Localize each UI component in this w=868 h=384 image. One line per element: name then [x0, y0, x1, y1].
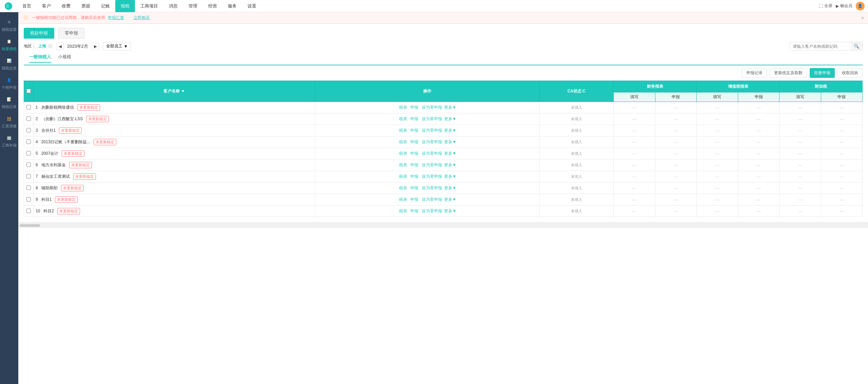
- row-checkbox[interactable]: [26, 209, 31, 213]
- nav-industry[interactable]: 工商项目: [135, 0, 163, 12]
- select-all-checkbox[interactable]: [26, 89, 31, 93]
- row-checkbox[interactable]: [26, 151, 31, 155]
- nav-message[interactable]: 消息: [163, 0, 183, 12]
- sidebar-item-calc-clear[interactable]: 🧮 汇算清缴: [0, 112, 18, 131]
- op-more[interactable]: 更多▼: [444, 128, 456, 133]
- tab-small-taxpayer[interactable]: 小规模: [58, 54, 71, 62]
- withdraw-return-btn[interactable]: 收取回执: [837, 68, 863, 78]
- op-set-zero[interactable]: 设为零申报: [422, 140, 442, 144]
- op-declare[interactable]: 申报: [410, 163, 418, 167]
- declaration-record-btn[interactable]: 申报记录: [742, 68, 767, 78]
- op-tax-table[interactable]: 税表: [399, 163, 407, 167]
- row-tax-declare: —: [738, 125, 780, 136]
- op-set-zero[interactable]: 设为零申报: [422, 151, 442, 156]
- nav-settings[interactable]: 设置: [242, 0, 262, 12]
- scrollbar-thumb[interactable]: [20, 224, 40, 227]
- sidebar-item-tax-settings[interactable]: ⚙ 报税设置: [0, 16, 18, 35]
- banner-link[interactable]: 申报汇签: [108, 15, 124, 21]
- op-declare[interactable]: 申报: [410, 186, 418, 190]
- op-more[interactable]: 更多▼: [444, 140, 456, 144]
- op-tax-table[interactable]: 税表: [399, 116, 407, 121]
- nav-service[interactable]: 服务: [222, 0, 242, 12]
- nav-customer[interactable]: 客户: [37, 0, 56, 12]
- sidebar-item-batch-tax[interactable]: 📋 批量报税: [0, 35, 18, 54]
- op-set-zero[interactable]: 设为零申报: [422, 174, 442, 179]
- row-checkbox[interactable]: [26, 197, 31, 201]
- row-checkbox[interactable]: [26, 174, 31, 178]
- op-more[interactable]: 更多▼: [444, 105, 456, 110]
- op-set-zero[interactable]: 设为零申报: [422, 209, 442, 213]
- tab-general-taxpayer[interactable]: 一般纳税人: [29, 54, 51, 63]
- banner-buy-btn[interactable]: 立即购买: [134, 15, 150, 21]
- sidebar-item-individual-tax[interactable]: 👤 个税申报: [0, 73, 18, 93]
- op-set-zero[interactable]: 设为零申报: [422, 105, 442, 110]
- date-next-btn[interactable]: ▶: [92, 43, 99, 50]
- row-checkbox[interactable]: [26, 128, 31, 132]
- op-more[interactable]: 更多▼: [444, 151, 456, 156]
- fullscreen-btn[interactable]: ⛶ 全屏: [819, 3, 832, 9]
- sort-icon[interactable]: ▼: [181, 89, 185, 93]
- row-checkbox[interactable]: [26, 116, 31, 121]
- row-ca-status: 未填入: [539, 183, 613, 194]
- op-set-zero[interactable]: 设为零申报: [422, 163, 442, 167]
- op-tax-table[interactable]: 税表: [399, 105, 407, 110]
- op-tax-table[interactable]: 税表: [399, 151, 407, 156]
- row-checkbox-cell: [24, 183, 34, 194]
- op-more[interactable]: 更多▼: [444, 116, 456, 121]
- op-declare[interactable]: 申报: [410, 197, 418, 202]
- batch-declare-btn[interactable]: 批量申报: [810, 68, 835, 78]
- op-more[interactable]: 更多▼: [444, 186, 456, 190]
- op-more[interactable]: 更多▼: [444, 174, 456, 179]
- op-more[interactable]: 更多▼: [444, 209, 456, 213]
- search-btn[interactable]: 🔍: [851, 42, 862, 50]
- op-declare[interactable]: 申报: [410, 151, 418, 156]
- date-prev-btn[interactable]: ◀: [56, 43, 64, 50]
- row-client-name: 6 地方水利基金 未更新核定: [34, 159, 315, 171]
- nav-billing[interactable]: 收费: [56, 0, 76, 12]
- op-declare[interactable]: 申报: [410, 116, 418, 121]
- op-more[interactable]: 更多▼: [444, 197, 456, 202]
- tab-tax-declaration[interactable]: 税款申报: [24, 28, 54, 39]
- row-checkbox[interactable]: [26, 163, 31, 167]
- sidebar-item-industry-report[interactable]: 🏢 工商年报: [0, 131, 18, 151]
- sidebar-item-tax-overview[interactable]: 📊 报税总览: [0, 54, 18, 73]
- nav-items: 首页 客户 收费 票据 记账 报税 工商项目 消息 管理 经营 服务 设置: [17, 0, 819, 12]
- horizontal-scrollbar[interactable]: [18, 222, 868, 228]
- op-tax-table[interactable]: 税表: [399, 209, 407, 213]
- op-tax-table[interactable]: 税表: [399, 197, 407, 202]
- op-declare[interactable]: 申报: [410, 105, 418, 110]
- op-declare[interactable]: 申报: [410, 174, 418, 179]
- op-tax-table[interactable]: 税表: [399, 174, 407, 179]
- search-input[interactable]: [790, 43, 851, 50]
- op-tax-table[interactable]: 税表: [399, 186, 407, 190]
- update-stats-btn[interactable]: 更新统定及取数: [770, 68, 807, 78]
- nav-tax[interactable]: 报税: [115, 0, 135, 12]
- op-set-zero[interactable]: 设为零申报: [422, 186, 442, 190]
- nav-accounting[interactable]: 记账: [96, 0, 115, 12]
- op-set-zero[interactable]: 设为零申报: [422, 128, 442, 133]
- row-checkbox[interactable]: [26, 105, 31, 109]
- location-info-icon[interactable]: ⓘ: [48, 43, 52, 49]
- tab-zero-declaration[interactable]: 零申报: [58, 28, 84, 39]
- employee-select[interactable]: 全部员工 ▼: [103, 42, 131, 50]
- row-checkbox[interactable]: [26, 186, 31, 190]
- banner-close-btn[interactable]: ×: [861, 15, 864, 21]
- nav-operation[interactable]: 经营: [203, 0, 222, 12]
- op-declare[interactable]: 申报: [410, 128, 418, 133]
- nav-home[interactable]: 首页: [17, 0, 37, 12]
- row-checkbox[interactable]: [26, 140, 31, 144]
- op-declare[interactable]: 申报: [410, 209, 418, 213]
- op-set-zero[interactable]: 设为零申报: [422, 197, 442, 202]
- op-more[interactable]: 更多▼: [444, 163, 456, 167]
- user-avatar[interactable]: 👤: [856, 2, 865, 10]
- op-set-zero[interactable]: 设为零申报: [422, 116, 442, 121]
- op-tax-table[interactable]: 税表: [399, 128, 407, 133]
- op-declare[interactable]: 申报: [410, 140, 418, 144]
- sidebar-item-tax-records[interactable]: 📝 报税记录: [0, 93, 18, 112]
- upgrade-btn[interactable]: ▶ 畅会员: [836, 3, 852, 9]
- app-logo[interactable]: C: [3, 1, 14, 11]
- employee-value: 全部员工: [106, 43, 122, 49]
- nav-manage[interactable]: 管理: [183, 0, 203, 12]
- nav-invoice[interactable]: 票据: [76, 0, 96, 12]
- op-tax-table[interactable]: 税表: [399, 140, 407, 144]
